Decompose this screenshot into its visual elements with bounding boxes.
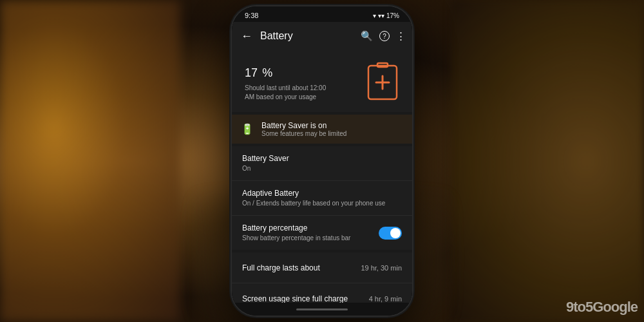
adaptive-battery-text: Adaptive Battery On / Extends battery li…: [242, 189, 385, 207]
full-charge-text: Full charge lasts about: [242, 263, 320, 272]
watermark: 9to5Google: [566, 299, 638, 316]
battery-percentage-toggle[interactable]: [379, 227, 402, 240]
content-area: 17 % Should last until about 12:00 AM ba…: [232, 50, 412, 303]
battery-percentage-text: Battery percentage Show battery percenta…: [242, 223, 350, 242]
battery-saver-subtitle: On: [242, 164, 289, 173]
settings-group-stats: Full charge lasts about 19 hr, 30 min Sc…: [232, 252, 412, 303]
battery-percentage-display: 17 %: [245, 61, 335, 81]
saver-subtitle: Some features may be limited: [261, 130, 346, 137]
battery-hero-section: 17 % Should last until about 12:00 AM ba…: [232, 50, 412, 112]
battery-saver-item[interactable]: Battery Saver On: [232, 146, 412, 181]
home-indicator[interactable]: [232, 303, 412, 316]
saver-title: Battery Saver is on: [261, 121, 346, 130]
screen-usage-text: Screen usage since full charge: [242, 294, 348, 303]
battery-saver-text: Battery Saver On: [242, 154, 289, 173]
page-title: Battery: [260, 30, 355, 42]
battery-saver-title: Battery Saver: [242, 154, 289, 163]
more-options-icon[interactable]: ⋮: [396, 30, 406, 42]
phone-screen: 9:38 ▾ ▾▾ 17% ← Battery 🔍 ? ⋮ 17: [232, 6, 412, 316]
screen-usage-title: Screen usage since full charge: [242, 294, 348, 303]
battery-svg: [366, 61, 399, 102]
nav-actions: 🔍 ? ⋮: [361, 30, 406, 42]
battery-percentage-item[interactable]: Battery percentage Show battery percenta…: [232, 216, 412, 250]
status-bar: 9:38 ▾ ▾▾ 17%: [232, 6, 412, 22]
help-icon[interactable]: ?: [379, 31, 390, 41]
battery-saver-banner[interactable]: 🔋 Battery Saver is on Some features may …: [232, 115, 412, 144]
wifi-icon: ▾: [373, 12, 376, 19]
saver-text: Battery Saver is on Some features may be…: [261, 121, 346, 137]
top-nav: ← Battery 🔍 ? ⋮: [232, 22, 412, 50]
back-button[interactable]: ←: [238, 27, 255, 46]
home-bar: [296, 308, 348, 310]
saver-icon: 🔋: [241, 123, 254, 135]
status-icons: ▾ ▾▾ 17%: [373, 12, 399, 19]
screen-usage-item: Screen usage since full charge 4 hr, 9 m…: [232, 283, 412, 303]
percent-symbol: %: [262, 66, 272, 79]
status-time: 9:38: [245, 12, 258, 19]
battery-percent-value: 17: [245, 66, 258, 79]
adaptive-battery-subtitle: On / Extends battery life based on your …: [242, 199, 385, 207]
adaptive-battery-item[interactable]: Adaptive Battery On / Extends battery li…: [232, 181, 412, 216]
full-charge-value: 19 hr, 30 min: [361, 264, 402, 272]
full-charge-item: Full charge lasts about 19 hr, 30 min: [232, 252, 412, 283]
bg-left: [0, 0, 180, 322]
settings-group-main: Battery Saver On Adaptive Battery On / E…: [232, 146, 412, 250]
screen-usage-value: 4 hr, 9 min: [369, 295, 402, 303]
battery-info: 17 % Should last until about 12:00 AM ba…: [245, 61, 335, 102]
phone-shell: 9:38 ▾ ▾▾ 17% ← Battery 🔍 ? ⋮ 17: [232, 6, 412, 316]
battery-percentage-subtitle: Show battery percentage in status bar: [242, 234, 350, 242]
bg-right: [451, 0, 644, 322]
battery-icon: [366, 61, 399, 102]
adaptive-battery-title: Adaptive Battery: [242, 189, 385, 198]
status-battery: 17%: [386, 12, 399, 19]
battery-subtitle: Should last until about 12:00 AM based o…: [245, 84, 335, 102]
search-icon[interactable]: 🔍: [361, 30, 373, 42]
battery-percentage-title: Battery percentage: [242, 223, 350, 232]
full-charge-title: Full charge lasts about: [242, 263, 320, 272]
signal-icon: ▾▾: [378, 12, 384, 19]
